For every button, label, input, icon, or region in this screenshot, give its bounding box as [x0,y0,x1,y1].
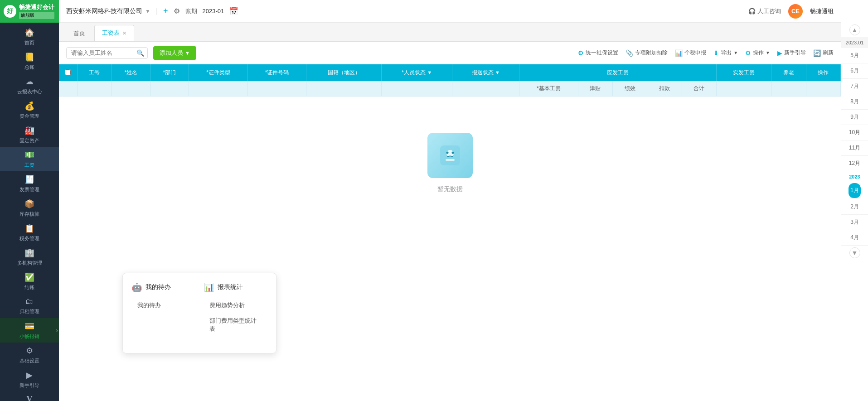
social-security-btn[interactable]: ⚙ 统一社保设置 [578,49,618,57]
time-nav-down[interactable]: ▼ [849,247,860,258]
salary-icon: 💵 [24,150,34,160]
time-item-8[interactable]: 8月 [841,94,868,110]
col-id-number: *证件号码 [247,64,306,81]
cost-trend-label: 费用趋势分析 [209,302,245,309]
sidebar-item-ledger[interactable]: 📒 总账 [0,49,59,73]
no-data-state: 暂无数据 [59,97,841,230]
settings-icon[interactable]: ⚙ [174,7,180,15]
sidebar-item-settlement[interactable]: ✅ 结账 [0,269,59,294]
time-item-2023-1[interactable]: 1月 [849,183,861,198]
time-nav-up[interactable]: ▲ [849,24,860,35]
sidebar-item-fixed-assets[interactable]: 🏭 固定资产 [0,122,59,147]
search-input[interactable] [71,49,135,56]
toolbar-actions: ⚙ 统一社保设置 📎 专项附加扣除 📊 个税申报 ⬇ 导出 ▼ ⚙ 操作 ▼ [578,49,834,57]
popup-columns: 🤖 我的待办 我的待办 📊 报表统计 [132,282,267,344]
col-base-salary: *基本工资 [519,81,578,97]
collapse-icon[interactable]: › [56,327,58,334]
sidebar-item-archive[interactable]: 🗂 归档管理 [0,294,59,318]
time-item-10[interactable]: 10月 [841,125,868,140]
company-selector[interactable]: 西安虾米网络科技有限公司 ▼ [66,7,150,15]
popup-item-dept-cost[interactable]: 部门费用类型统计表 [204,313,267,337]
sidebar-item-guide[interactable]: ▶ 新手引导 [0,367,59,391]
sidebar-item-cloud-report[interactable]: ☁ 云报表中心 [0,73,59,98]
col-operation: 操作 [806,64,841,81]
sidebar-item-home[interactable]: 🏠 首页 [0,24,59,49]
popup-section-todo-title: 🤖 我的待办 [132,282,195,292]
col-salary-group: 应发工资 [519,64,716,81]
tax-icon: 📋 [24,223,34,233]
operation-btn[interactable]: ⚙ 操作 ▼ [745,49,770,57]
time-item-2023-4[interactable]: 4月 [841,230,868,246]
operation-label: 操作 [753,49,764,57]
search-box: 🔍 [66,47,148,59]
sidebar-item-basic[interactable]: ⚙ 基础设置 [0,343,59,367]
sidebar-item-invoice[interactable]: 🧾 发票管理 [0,171,59,196]
subheader-empty6 [247,81,306,97]
sidebar-item-tax[interactable]: 📋 税务管理 [0,220,59,245]
sidebar-label-guide: 新手引导 [19,382,39,389]
report-filter-icon[interactable]: ▼ [495,70,500,75]
select-all-col[interactable] [59,64,77,81]
sidebar-label-invoice: 发票管理 [19,186,39,193]
subheader-empty8 [382,81,452,97]
svg-rect-2 [446,159,455,161]
time-item-2023-3[interactable]: 3月 [841,215,868,230]
sidebar-label-settlement: 结账 [24,284,34,291]
no-data-text: 暂无数据 [437,185,463,193]
my-todo-label: 我的待办 [137,302,161,309]
popup-item-my-todo[interactable]: 我的待办 [132,298,195,313]
home-icon: 🏠 [24,28,34,38]
time-item-11[interactable]: 11月 [841,140,868,156]
guide-btn[interactable]: ▶ 新手引导 [777,49,806,57]
time-item-2023-2[interactable]: 2月 [841,199,868,215]
popup-item-cost-trend[interactable]: 费用趋势分析 [204,298,267,313]
header-right: 🎧 人工咨询 CE 畅捷通组 [748,4,834,19]
time-item-5[interactable]: 5月 [841,48,868,63]
settlement-icon: ✅ [24,272,34,282]
tab-home[interactable]: 首页 [66,26,92,41]
add-person-button[interactable]: 添加人员 ▼ [153,46,196,60]
headset-icon: 🎧 [748,8,756,14]
sidebar-label-cloud: 云报表中心 [17,88,42,95]
sidebar-item-salary[interactable]: 💵 工资 [0,147,59,171]
assets-icon: 🏭 [24,126,34,135]
subheader-empty4 [150,81,189,97]
subheader-empty11 [771,81,806,97]
year-2023: 2023 [847,171,862,182]
tab-close-icon[interactable]: ✕ [122,30,126,36]
sidebar-item-expense[interactable]: 💳 小畅报销 › [0,318,59,343]
tax-report-btn[interactable]: 📊 个税申报 [675,49,706,57]
time-item-12[interactable]: 12月 [841,156,868,171]
export-label: 导出 [721,49,732,57]
operation-dropdown-icon: ▼ [766,50,770,55]
tab-salary[interactable]: 工资表 ✕ [94,25,134,41]
select-all-checkbox[interactable] [65,69,71,75]
time-item-9[interactable]: 9月 [841,110,868,125]
status-filter-icon[interactable]: ▼ [427,70,432,75]
search-icon[interactable]: 🔍 [136,49,144,57]
special-deduction-btn[interactable]: 📎 专项附加扣除 [626,49,668,57]
sidebar-label-assets: 固定资产 [19,137,39,144]
expense-icon: 💳 [24,321,34,331]
no-data-icon [427,133,473,178]
sidebar-item-member[interactable]: V 畅会员 [0,391,59,401]
support-button[interactable]: 🎧 人工咨询 [748,7,781,15]
guide-icon: ▶ [26,370,33,380]
tax-report-icon: 📊 [675,49,683,57]
username-label[interactable]: 畅捷通组 [810,7,834,15]
guide-label: 新手引导 [784,49,806,57]
tax-report-label: 个税申报 [684,49,706,57]
time-item-6[interactable]: 6月 [841,63,868,79]
dept-cost-label: 部门费用类型统计表 [209,317,257,332]
sidebar-item-fund[interactable]: 💰 资金管理 [0,98,59,122]
export-btn[interactable]: ⬇ 导出 ▼ [713,49,738,57]
calendar-icon[interactable]: 📅 [229,7,238,15]
report-section-icon: 📊 [204,282,214,292]
support-label: 人工咨询 [757,7,781,15]
time-item-7[interactable]: 7月 [841,79,868,94]
sidebar-item-inventory[interactable]: 📦 库存核算 [0,196,59,220]
app-badge: 旗舰版 [19,12,54,19]
refresh-btn[interactable]: 🔄 刷新 [813,49,834,57]
sidebar-item-multi-org[interactable]: 🏢 多机构管理 [0,245,59,269]
add-company-btn[interactable]: + [163,6,168,16]
